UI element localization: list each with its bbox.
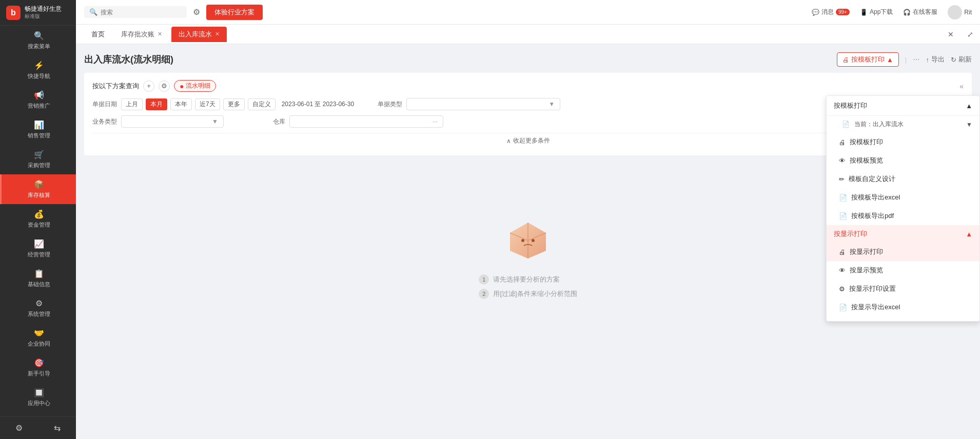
template-print-icon: 🖨 (839, 138, 846, 146)
window-close-btn[interactable]: ✕ (941, 25, 961, 44)
system-icon: ⚙ (35, 298, 43, 308)
chevron-down-icon-2: ▼ (212, 118, 218, 125)
filter-tag: ● 流水明细 (174, 80, 216, 92)
chevron-up-icon: ▲ (887, 56, 893, 64)
more-options-btn[interactable]: ··· (913, 55, 919, 64)
dropdown-scroll: 📄 当前：出入库流水 ▼ 🖨 按模板打印 👁 按模板预览 ✏ (827, 116, 979, 321)
marketing-icon: 📢 (34, 90, 44, 100)
tab-batch-close[interactable]: ✕ (158, 31, 162, 37)
print-icon: 🖨 (842, 56, 849, 64)
sidebar-item-quick-nav[interactable]: ⚡ 快捷导航 (0, 55, 76, 85)
dropdown-item-template-preview[interactable]: 👁 按模板预览 (827, 151, 979, 170)
date-btn-this-year[interactable]: 本年 (170, 98, 192, 110)
sidebar-item-sales[interactable]: 📊 销售管理 (0, 115, 76, 145)
message-badge: 99+ (836, 9, 850, 15)
date-btn-7days[interactable]: 近7天 (195, 98, 220, 110)
filter-settings-btn[interactable]: ⚙ (159, 81, 170, 92)
export-icon: ↑ (926, 56, 930, 64)
topbar: 🔍 ⚙ 体验行业方案 💬 消息 99+ 📱 App下载 🎧 在线客服 Rit (76, 0, 980, 25)
sidebar-item-operations[interactable]: 📈 经营管理 (0, 234, 76, 264)
online-service-btn[interactable]: 🎧 在线客服 (903, 8, 937, 16)
sidebar-item-wechat[interactable]: 💬 企业微信 (0, 412, 76, 416)
user-avatar (948, 5, 962, 19)
date-filter-field: 单据日期 上月 本月 本年 近7天 更多 自定义 2023-06-01 至 20… (92, 98, 354, 110)
sidebar-item-guide[interactable]: 🎯 新手引导 (0, 353, 76, 383)
warehouse-select[interactable]: ··· (289, 115, 443, 128)
page-wrapper: 首页 库存批次账 ✕ 出入库流水 ✕ ✕ ⤢ 出入库流水(流水明细) (76, 25, 980, 439)
display-print-icon: 🖨 (839, 248, 846, 256)
date-btn-custom[interactable]: 自定义 (248, 98, 276, 110)
search-icon: 🔍 (89, 8, 97, 16)
phone-icon: 📱 (860, 9, 868, 16)
template-print-btn[interactable]: 🖨 按模板打印 ▲ (837, 52, 899, 67)
topbar-search-box[interactable]: 🔍 (84, 6, 187, 18)
refresh-btn[interactable]: ↻ 刷新 (951, 55, 972, 64)
date-btn-more[interactable]: 更多 (223, 98, 245, 110)
sidebar-item-app-center[interactable]: 🔲 应用中心 (0, 383, 76, 412)
export-btn[interactable]: ↑ 导出 (926, 55, 945, 64)
app-download-btn[interactable]: 📱 App下载 (860, 8, 893, 16)
date-filter-buttons: 上月 本月 本年 近7天 更多 自定义 2023-06-01 至 2023-06… (121, 98, 354, 110)
topbar-right: 💬 消息 99+ 📱 App下载 🎧 在线客服 Rit (812, 5, 972, 19)
dropdown-item-template-excel[interactable]: 📄 按模板导出excel (827, 188, 979, 207)
sidebar-item-enterprise[interactable]: 🤝 企业协同 (0, 323, 76, 353)
date-btn-this-month[interactable]: 本月 (146, 98, 167, 110)
sidebar-collapse-btn[interactable]: ⇆ (54, 423, 61, 433)
current-chevron-icon: ▼ (966, 121, 972, 128)
user-profile-btn[interactable]: Rit (948, 5, 972, 19)
app-center-icon: 🔲 (34, 388, 44, 397)
tab-flow-close[interactable]: ✕ (215, 31, 220, 37)
display-excel-icon: 📄 (839, 304, 847, 311)
dropdown-item-display-pdf[interactable]: 📄 按显示导出pdf (827, 316, 979, 321)
display-preview-icon: 👁 (839, 267, 846, 274)
filter-header: 按以下方案查询 + ⚙ ● 流水明细 « (92, 80, 964, 92)
dropdown-header: 按模板打印 ▲ (827, 96, 979, 116)
dropdown-item-template-custom[interactable]: ✏ 模板自定义设计 (827, 170, 979, 188)
date-btn-prev-month[interactable]: 上月 (121, 98, 143, 110)
sidebar-item-system[interactable]: ⚙ 系统管理 (0, 293, 76, 323)
sidebar-item-search[interactable]: 🔍 搜索菜单 (0, 26, 76, 55)
topbar-settings-icon[interactable]: ⚙ (193, 7, 200, 17)
tab-home[interactable]: 首页 (84, 27, 112, 42)
dropdown-item-display-excel[interactable]: 📄 按显示导出excel (827, 298, 979, 316)
message-btn[interactable]: 💬 消息 99+ (812, 8, 850, 16)
filter-add-btn[interactable]: + (143, 81, 154, 92)
dropdown-item-template-pdf[interactable]: 📄 按模板导出pdf (827, 207, 979, 225)
sidebar-item-purchase[interactable]: 🛒 采购管理 (0, 145, 76, 174)
dropdown-current[interactable]: 📄 当前：出入库流水 ▼ (827, 116, 979, 133)
filter-collapse-btn[interactable]: « (959, 82, 964, 90)
dropdown-display-section[interactable]: 按显示打印 ▲ (827, 225, 979, 243)
business-type-field: 业务类型 ▼ (92, 115, 224, 128)
sidebar-item-basic[interactable]: 📋 基础信息 (0, 264, 76, 293)
dropdown-collapse-icon[interactable]: ▲ (966, 102, 972, 110)
main-area: 🔍 ⚙ 体验行业方案 💬 消息 99+ 📱 App下载 🎧 在线客服 Rit (76, 0, 980, 439)
refresh-icon: ↻ (951, 56, 956, 64)
sidebar-item-marketing[interactable]: 📢 营销推广 (0, 85, 76, 115)
dropdown-item-display-settings[interactable]: ⚙ 按显示打印设置 (827, 280, 979, 298)
search-input[interactable] (101, 9, 172, 16)
sidebar-settings-btn[interactable]: ⚙ (15, 423, 23, 433)
sidebar-item-finance[interactable]: 💰 资金管理 (0, 204, 76, 234)
trial-btn[interactable]: 体验行业方案 (206, 5, 263, 20)
dropdown-item-display-preview[interactable]: 👁 按显示预览 (827, 261, 979, 280)
tab-flow[interactable]: 出入库流水 ✕ (171, 27, 227, 42)
finance-icon: 💰 (34, 209, 44, 219)
business-type-select[interactable]: ▼ (121, 115, 224, 128)
page-content: 出入库流水(流水明细) 🖨 按模板打印 ▲ | ··· ↑ 导出 (76, 44, 980, 439)
sidebar-bottom: ⚙ ⇆ (0, 416, 76, 439)
empty-steps: 1 请先选择要分析的方案 2 用[过滤]条件来缩小分析范围 (479, 274, 577, 299)
template-excel-icon: 📄 (839, 194, 847, 202)
purchase-icon: 🛒 (34, 150, 44, 159)
current-icon: 📄 (842, 121, 850, 128)
window-maximize-btn[interactable]: ⤢ (961, 25, 980, 44)
sidebar-item-inventory[interactable]: 📦 库存核算 (0, 174, 76, 204)
chevron-down-icon: ▼ (548, 101, 555, 108)
type-select[interactable]: ▼ (406, 98, 560, 110)
empty-state-icon (502, 215, 554, 266)
search-icon: 🔍 (34, 31, 44, 41)
dropdown-item-template-print[interactable]: 🖨 按模板打印 (827, 133, 979, 151)
svg-point-2 (532, 239, 535, 242)
dropdown-item-display-print[interactable]: 🖨 按显示打印 (827, 243, 979, 261)
tab-batch[interactable]: 库存批次账 ✕ (114, 27, 169, 42)
enterprise-icon: 🤝 (34, 328, 44, 338)
